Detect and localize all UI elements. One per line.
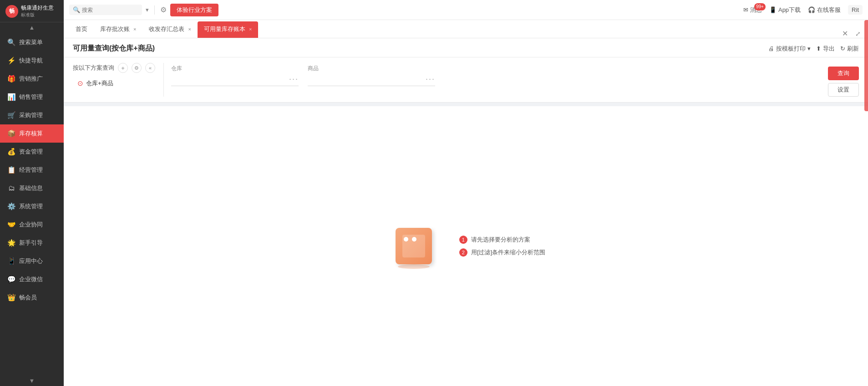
search-icon: 🔍 [7,38,15,46]
robot-face [404,237,416,242]
star-icon: 🌟 [7,239,15,247]
sidebar-item-label: 企业微信 [19,275,43,283]
filter-warehouse-group: 仓库 ··· [171,65,299,86]
user-avatar[interactable]: Rit [848,5,863,15]
empty-illustration [386,219,441,273]
topbar-divider [154,5,155,15]
sidebar-item-wechat[interactable]: 💬 企业微信 [0,270,64,288]
tab-batch-close[interactable]: × [133,26,136,32]
sidebar-scroll-up[interactable]: ▲ [0,22,64,33]
inventory-icon: 📦 [7,129,15,138]
sidebar-item-purchase[interactable]: 🛒 采购管理 [0,106,64,124]
sidebar-item-quick-nav[interactable]: ⚡ 快捷导航 [0,51,64,70]
close-all-btn[interactable]: ✕ [840,29,850,38]
tab-actions: ✕ ⤢ [840,29,863,38]
sidebar-item-apps[interactable]: 📱 应用中心 [0,252,64,270]
sidebar-item-finance[interactable]: 💰 资金管理 [0,143,64,161]
right-scrollbar[interactable] [864,20,868,111]
tab-batch-label: 库存批次账 [100,25,130,33]
clipboard-icon: 📋 [7,166,15,174]
tab-available-ledger[interactable]: 可用量库存账本 × [198,21,258,38]
brand-sub: 标准版 [21,12,54,18]
query-button[interactable]: 查询 [828,67,859,80]
app-download-btn[interactable]: 📱 App下载 [769,6,801,14]
filter-scheme-header: 按以下方案查询 + ⚙ « [73,63,156,73]
sidebar-item-newbie[interactable]: 🌟 新手引导 [0,234,64,252]
sidebar-item-basic[interactable]: 🗂 基础信息 [0,179,64,197]
search-box[interactable]: 🔍 [69,5,142,15]
export-label: 导出 [823,45,835,53]
robot-shadow [398,264,430,269]
refresh-icon: ↻ [840,45,845,52]
add-scheme-btn[interactable]: + [118,63,128,73]
user-name: Rit [852,6,859,13]
quick-icon: ⚡ [7,57,15,65]
edit-scheme-btn[interactable]: ⚙ [132,63,142,73]
sidebar-item-label: 销售管理 [19,93,43,101]
filter-product-group: 商品 ··· [308,65,435,86]
topbar-dropdown-arrow[interactable]: ▾ [146,6,149,13]
print-dropdown-icon[interactable]: ▾ [807,45,811,52]
tab-receive-summary[interactable]: 收发存汇总表 × [142,21,197,38]
topbar-right: ✉ 消息 99+ 📱 App下载 🎧 在线客服 Rit [743,5,863,15]
robot-box [396,228,432,264]
sidebar-item-label: 基础信息 [19,184,43,192]
sidebar-item-member[interactable]: 👑 畅会员 [0,288,64,307]
export-btn[interactable]: ⬆ 导出 [816,45,835,53]
collapse-scheme-btn[interactable]: « [145,63,155,73]
warehouse-input[interactable] [171,76,287,82]
tip-item-1: 1 请先选择要分析的方案 [459,236,545,244]
sidebar-item-marketing[interactable]: 🎁 营销推广 [0,70,64,88]
expand-btn[interactable]: ⤢ [853,30,863,37]
gear-icon: ⚙️ [7,202,15,211]
print-label: 按模板打印 [776,45,806,53]
print-btn[interactable]: 🖨 按模板打印 ▾ [768,45,811,53]
industry-btn[interactable]: 体验行业方案 [170,4,218,16]
search-input[interactable] [82,7,132,13]
sidebar-menu: 🔍 搜索菜单 ⚡ 快捷导航 🎁 营销推广 📊 销售管理 🛒 采购管理 📦 库存核… [0,33,64,375]
message-btn[interactable]: ✉ 消息 99+ [743,6,762,14]
brand-icon: 畅 [5,5,18,18]
sidebar-item-system[interactable]: ⚙️ 系统管理 [0,197,64,216]
tab-receive-close[interactable]: × [188,26,191,32]
warehouse-dots[interactable]: ··· [289,74,299,84]
sidebar-item-label: 营销推广 [19,75,43,83]
sidebar-scroll-down[interactable]: ▼ [0,375,64,386]
robot-eye-right [412,237,416,242]
scheme-icon: ⊙ [77,79,83,87]
product-input[interactable] [308,76,424,82]
handshake-icon: 🤝 [7,221,15,229]
sidebar-item-operation[interactable]: 📋 经营管理 [0,161,64,179]
sidebar-item-label: 系统管理 [19,202,43,211]
sidebar-item-enterprise[interactable]: 🤝 企业协同 [0,216,64,234]
scheme-warehouse-product[interactable]: ⊙ 仓库+商品 [73,77,156,90]
filter-right: 仓库 ··· 商品 ··· 查询 设置 [171,63,859,97]
refresh-btn[interactable]: ↻ 刷新 [840,45,859,53]
tab-home[interactable]: 首页 [69,21,94,38]
page-content: 可用量查询(按仓库+商品) 🖨 按模板打印 ▾ ⬆ 导出 ↻ 刷新 [64,38,868,386]
app-label: App下载 [778,6,801,14]
sidebar-item-label: 采购管理 [19,111,43,119]
filter-actions: 查询 设置 [828,65,859,97]
tab-batch-account[interactable]: 库存批次账 × [94,21,142,38]
settings-icon[interactable]: ⚙ [160,5,167,14]
tabs-bar: 首页 库存批次账 × 收发存汇总表 × 可用量库存账本 × ✕ ⤢ [64,20,868,38]
cart-icon: 🛒 [7,111,15,119]
product-dots[interactable]: ··· [426,74,435,84]
tab-home-label: 首页 [76,25,87,33]
sidebar-item-sales[interactable]: 📊 销售管理 [0,88,64,106]
settings-button[interactable]: 设置 [828,83,859,97]
tip-item-2: 2 用[过滤]条件来缩小分析范围 [459,248,545,257]
service-btn[interactable]: 🎧 在线客服 [808,6,841,14]
sidebar-item-inventory[interactable]: 📦 库存核算 [0,124,64,143]
sidebar-item-label: 快捷导航 [19,57,43,65]
search-icon: 🔍 [73,6,80,13]
sidebar-item-search[interactable]: 🔍 搜索菜单 [0,33,64,51]
chat-icon: 💬 [7,275,15,283]
filter-area: 按以下方案查询 + ⚙ « ⊙ 仓库+商品 仓库 ··· [64,57,868,103]
tip-text-2: 用[过滤]条件来缩小分析范围 [471,248,545,257]
page-header-actions: 🖨 按模板打印 ▾ ⬆ 导出 ↻ 刷新 [768,45,859,53]
filter-scheme-panel: 按以下方案查询 + ⚙ « ⊙ 仓库+商品 [73,63,164,97]
brand-area: 畅 畅康通好生意 标准版 [0,0,64,22]
tab-available-close[interactable]: × [249,26,252,32]
